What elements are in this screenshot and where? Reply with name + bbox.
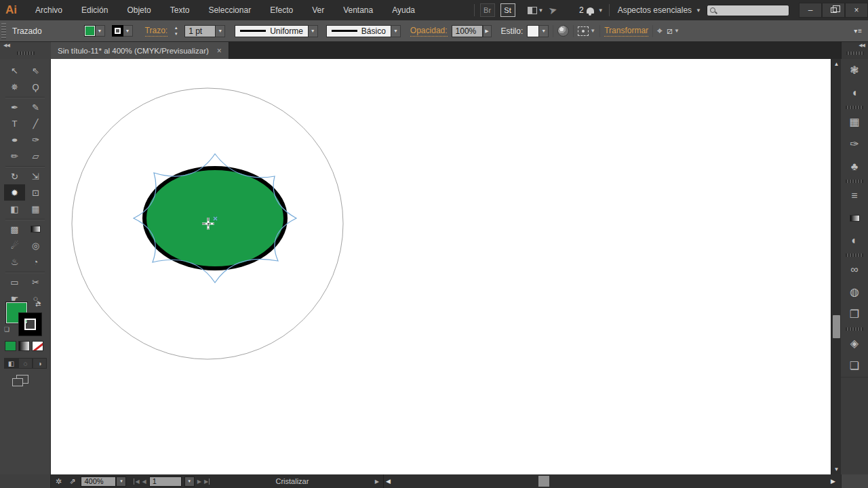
style-combo[interactable]: ▼ (527, 25, 549, 37)
fill-swatch[interactable] (84, 25, 96, 37)
pen-tool[interactable]: ✒ (4, 99, 25, 115)
chevron-down-icon[interactable]: ▼ (391, 25, 401, 37)
direct-selection-tool[interactable]: ⇖ (25, 62, 46, 79)
menu-edicion[interactable]: Edición (73, 1, 117, 20)
stroke-color-combo[interactable]: ▼ (112, 25, 133, 37)
zoom-value[interactable]: 400% (81, 476, 116, 487)
stroke-weight-value[interactable]: 1 pt (184, 25, 216, 37)
stroke-weight-stepper[interactable]: ▲▼ (172, 25, 180, 37)
last-artboard-button[interactable]: ▶ (204, 479, 210, 485)
eyedropper-tool[interactable]: ☄ (4, 237, 25, 253)
blend-tool[interactable]: ◎ (25, 237, 46, 253)
style-swatch[interactable] (527, 25, 539, 37)
stroke-swatch[interactable] (112, 25, 123, 37)
stroke-weight-combo[interactable]: 1 pt ▼ (184, 25, 225, 37)
swatches-panel[interactable]: ▦ (841, 110, 868, 133)
isolate-object-button[interactable]: ▼ (578, 26, 595, 36)
lasso-tool[interactable]: Ϙ (25, 79, 46, 95)
scroll-left-icon[interactable]: ◀ (386, 474, 391, 488)
horizontal-scrollbar[interactable]: ◀ ▶ (383, 474, 841, 488)
close-button[interactable]: × (845, 3, 868, 18)
type-tool[interactable]: T (4, 115, 25, 131)
appearance-panel[interactable]: ∞ (841, 258, 868, 281)
stroke-swatch[interactable] (19, 313, 41, 336)
next-artboard-button[interactable]: ▶ (197, 479, 201, 485)
artboard-tool[interactable]: ▭ (4, 274, 25, 290)
chevron-down-icon[interactable]: ▼ (96, 25, 105, 37)
chevron-down-icon[interactable]: ▼ (309, 25, 318, 37)
minimize-button[interactable]: – (799, 3, 822, 18)
chevron-down-icon[interactable]: ▼ (123, 25, 133, 37)
step-down-icon[interactable]: ▼ (172, 31, 180, 37)
status-expand-icon[interactable]: ▶ (375, 479, 380, 485)
line-segment-tool[interactable]: ╱ (25, 115, 46, 131)
chevron-down-icon[interactable]: ▼ (216, 25, 225, 37)
rotate-tool[interactable]: ↻ (4, 168, 25, 184)
shape-builder-tool[interactable]: ◧ (4, 201, 25, 217)
step-up-icon[interactable]: ▲ (172, 25, 180, 31)
bridge-button[interactable]: Br (480, 3, 495, 17)
crystallize-tool[interactable]: ✹ (4, 184, 25, 201)
links-panel[interactable]: ❐ (841, 303, 868, 325)
document-tab[interactable]: Sin título-11* al 400% (CMYK/Previsualiz… (51, 42, 229, 59)
artboard-number[interactable]: 1 (149, 476, 182, 487)
panel-grip[interactable] (1, 23, 6, 39)
scale-tool[interactable]: ⇲ (25, 168, 46, 184)
menu-texto[interactable]: Texto (161, 1, 199, 20)
draw-normal-button[interactable]: ◧ (4, 358, 18, 369)
panel-grip[interactable] (846, 52, 864, 55)
vertical-scroll-thumb[interactable] (833, 315, 840, 338)
scroll-right-icon[interactable]: ▶ (831, 474, 835, 488)
cs-live-icon[interactable]: ➤ (547, 3, 559, 18)
graph-tool[interactable]: ◔ (25, 253, 46, 270)
scroll-down-icon[interactable]: ▼ (831, 466, 842, 472)
gradient-tool[interactable] (25, 221, 46, 237)
stroke-panel-link[interactable]: Trazo: (145, 26, 168, 37)
fit-artboard-icon[interactable]: ⌖ (657, 25, 663, 37)
menu-ayuda[interactable]: Ayuda (383, 1, 424, 20)
menu-efecto[interactable]: Efecto (261, 1, 302, 20)
chevron-down-icon[interactable]: ▼ (116, 476, 126, 487)
stroke-panel[interactable]: ≡ (841, 184, 868, 207)
close-icon[interactable]: × (217, 46, 222, 56)
mesh-tool[interactable]: ▩ (4, 221, 25, 237)
screen-mode-button[interactable] (16, 375, 28, 384)
brushes-panel[interactable]: ✑ (841, 133, 868, 155)
dock-header[interactable]: ◀◀ (841, 42, 868, 59)
gradient-panel[interactable] (841, 207, 868, 229)
pencil-tool[interactable]: ✏ (4, 148, 25, 164)
previous-artboard-button[interactable]: ◀ (142, 479, 146, 485)
tools-panel-header[interactable]: ◀◀ (0, 42, 51, 59)
perspective-grid-tool[interactable]: ▦ (25, 201, 46, 217)
menu-archivo[interactable]: Archivo (26, 1, 71, 20)
layers-panel[interactable]: ◈ (841, 332, 868, 354)
free-transform-tool[interactable]: ⊡ (25, 184, 46, 201)
width-profile-combo[interactable]: Uniforme ▼ (235, 25, 318, 37)
panel-grip[interactable] (841, 325, 868, 332)
canvas[interactable] (51, 59, 831, 474)
paintbrush-tool[interactable]: ✑ (25, 131, 46, 148)
curvature-tool[interactable]: ✎ (25, 99, 46, 115)
symbol-sprayer-tool[interactable]: ♨ (4, 253, 25, 270)
brush-combo[interactable]: Básico ▼ (326, 25, 401, 37)
transparency-panel[interactable]: ◐ (841, 229, 868, 251)
graphic-styles-panel[interactable]: ◍ (841, 281, 868, 303)
workspace-switcher[interactable]: Aspectos esenciales ▼ (615, 5, 701, 15)
recolor-artwork-icon[interactable] (557, 25, 569, 37)
chevron-right-icon[interactable]: ▶ (483, 25, 492, 37)
search-input[interactable] (717, 6, 782, 14)
panel-grip[interactable] (841, 251, 868, 258)
opacity-combo[interactable]: 100% ▶ (452, 25, 492, 37)
restore-button[interactable] (822, 3, 845, 18)
zoom-combo[interactable]: 400% ▼ (81, 476, 126, 487)
select-similar-button[interactable]: ⧄ ▼ (667, 25, 679, 37)
opacity-panel-link[interactable]: Opacidad: (410, 26, 448, 37)
menu-seleccionar[interactable]: Seleccionar (199, 1, 260, 20)
color-guide-panel[interactable]: ◖ (841, 81, 868, 104)
chevron-down-icon[interactable]: ▼ (184, 476, 195, 487)
menu-ventana[interactable]: Ventana (334, 1, 382, 20)
gradient-button[interactable] (18, 341, 30, 351)
slice-tool[interactable]: ✂ (25, 274, 46, 290)
draw-behind-button[interactable]: ◌ (18, 358, 33, 369)
export-icon[interactable]: ⇗ (67, 477, 77, 486)
